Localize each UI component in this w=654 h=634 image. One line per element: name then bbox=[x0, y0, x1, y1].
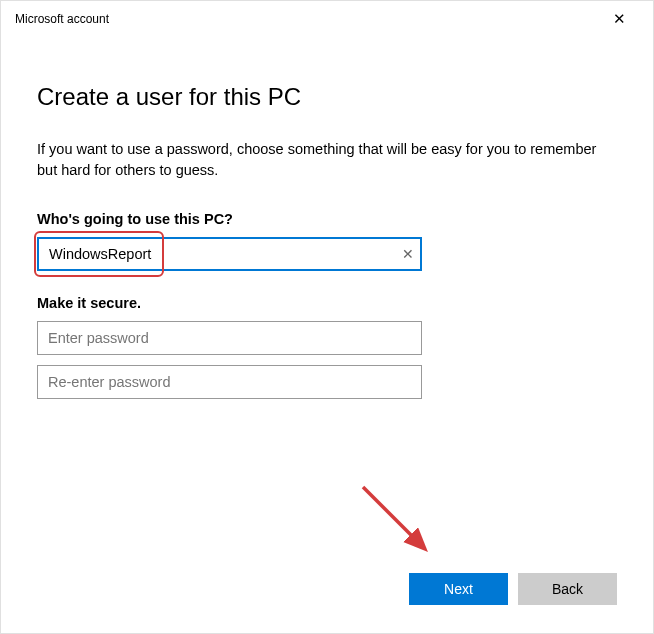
password-confirm-input[interactable] bbox=[37, 365, 422, 399]
close-button[interactable]: ✕ bbox=[599, 5, 639, 33]
titlebar: Microsoft account ✕ bbox=[1, 1, 653, 33]
username-field-wrap: ✕ bbox=[37, 237, 422, 271]
page-description: If you want to use a password, choose so… bbox=[37, 139, 617, 181]
close-icon: ✕ bbox=[613, 10, 626, 28]
password-section-label: Make it secure. bbox=[37, 295, 617, 311]
back-button[interactable]: Back bbox=[518, 573, 617, 605]
window-title: Microsoft account bbox=[15, 12, 109, 26]
username-input[interactable] bbox=[37, 237, 422, 271]
svg-line-1 bbox=[363, 487, 423, 547]
clear-input-icon[interactable]: ✕ bbox=[402, 246, 414, 262]
next-button[interactable]: Next bbox=[409, 573, 508, 605]
footer-buttons: Next Back bbox=[409, 573, 617, 605]
password-input[interactable] bbox=[37, 321, 422, 355]
username-label: Who's going to use this PC? bbox=[37, 211, 617, 227]
page-heading: Create a user for this PC bbox=[37, 83, 617, 111]
annotation-arrow-icon bbox=[355, 479, 445, 569]
content-area: Create a user for this PC If you want to… bbox=[1, 33, 653, 399]
